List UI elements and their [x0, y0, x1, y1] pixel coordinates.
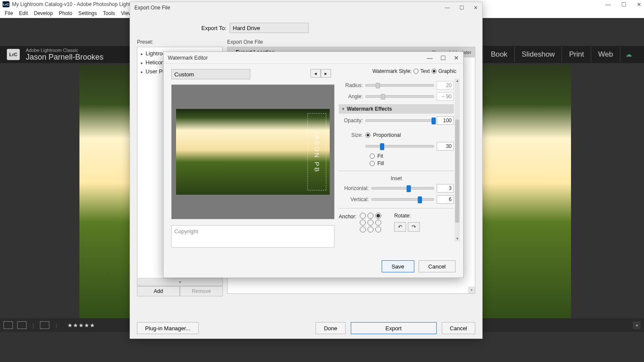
copyright-textarea[interactable]: Copyright: [171, 225, 334, 247]
anchor-mc[interactable]: [368, 220, 374, 226]
size-fill-radio[interactable]: [370, 161, 375, 166]
size-value[interactable]: 30: [437, 142, 454, 151]
export-titlebar: Export One File — ☐ ✕: [130, 2, 482, 13]
style-graphic-radio[interactable]: [431, 69, 437, 74]
window-title: My Lightroom Catalog-v10 - Adobe Photosh…: [12, 1, 138, 7]
watermark-effects-section[interactable]: ▾ Watermark Effects: [339, 104, 454, 114]
vertical-slider[interactable]: [371, 198, 434, 201]
anchor-tl[interactable]: [360, 213, 366, 219]
watermark-title: Watermark Editor: [168, 55, 208, 61]
export-button[interactable]: Export: [351, 322, 437, 334]
rotate-ccw-button[interactable]: ↶: [394, 222, 406, 232]
filmstrip-options-icon[interactable]: ▾: [633, 321, 641, 329]
watermark-overlay[interactable]: JASON PB: [307, 113, 326, 190]
watermark-titlebar: Watermark Editor — ☐ ✕: [164, 52, 463, 64]
export-maximize-icon[interactable]: ☐: [459, 5, 464, 11]
menu-photo[interactable]: Photo: [56, 9, 75, 18]
view-grid-icon[interactable]: [3, 321, 13, 329]
watermark-preset-select[interactable]: Custom: [171, 69, 250, 79]
watermark-editor-dialog: Watermark Editor — ☐ ✕ Custom ◂ ▸ JASON …: [163, 51, 464, 278]
anchor-br[interactable]: [375, 226, 381, 232]
angle-slider[interactable]: [365, 95, 434, 98]
opacity-slider[interactable]: [365, 119, 434, 122]
export-minimize-icon[interactable]: —: [445, 5, 450, 11]
style-text-radio[interactable]: [413, 69, 419, 74]
menu-develop[interactable]: Develop: [31, 9, 56, 18]
anchor-bc[interactable]: [368, 226, 374, 232]
chevron-down-icon: ▾: [342, 107, 344, 111]
window-minimize-icon[interactable]: —: [605, 1, 611, 8]
module-book[interactable]: Book: [483, 47, 514, 62]
watermark-cancel-button[interactable]: Cancel: [419, 260, 456, 272]
scroll-up-icon[interactable]: ▴: [455, 78, 460, 84]
size-slider[interactable]: [365, 145, 434, 148]
wm-close-icon[interactable]: ✕: [454, 54, 459, 61]
toolbar-separator: |: [33, 322, 34, 329]
module-slideshow[interactable]: Slideshow: [514, 47, 562, 62]
wm-minimize-icon[interactable]: —: [427, 54, 433, 61]
rotate-label: Rotate:: [394, 213, 419, 219]
wm-scrollbar[interactable]: ▴ ▾: [455, 78, 460, 241]
export-cancel-button[interactable]: Cancel: [442, 322, 475, 334]
preset-add-button[interactable]: Add: [137, 286, 180, 296]
cloud-sync-icon[interactable]: ☁: [620, 47, 637, 62]
anchor-mr[interactable]: [375, 220, 381, 226]
rating-stars[interactable]: ★★★★★: [67, 322, 95, 329]
next-image-button[interactable]: ▸: [321, 69, 331, 78]
preview-image: JASON PB: [176, 109, 330, 195]
opacity-value[interactable]: 100: [437, 116, 454, 125]
style-text-label: Text: [420, 68, 430, 74]
watermark-text: JASON PB: [313, 131, 321, 173]
anchor-bl[interactable]: [360, 226, 366, 232]
separator-2: [339, 208, 454, 208]
size-fit-radio[interactable]: [370, 154, 375, 159]
settings-scroll-down-icon[interactable]: ▾: [468, 287, 475, 293]
export-close-icon[interactable]: ✕: [474, 5, 478, 11]
anchor-tc[interactable]: [368, 213, 374, 219]
app-name: Adobe Lightroom Classic: [26, 48, 103, 53]
style-graphic-label: Graphic: [438, 68, 456, 74]
module-web[interactable]: Web: [591, 47, 620, 62]
view-compare-icon[interactable]: [17, 321, 27, 329]
export-title: Export One File: [134, 5, 170, 11]
scroll-down-icon[interactable]: ▾: [455, 236, 460, 241]
window-maximize-icon[interactable]: ☐: [621, 1, 626, 8]
anchor-ml[interactable]: [360, 220, 366, 226]
preset-label: Preset:: [137, 39, 223, 45]
rotate-cw-button[interactable]: ↷: [408, 222, 420, 232]
plugin-manager-button[interactable]: Plug-in Manager...: [137, 322, 199, 334]
inset-label: Inset: [339, 175, 454, 181]
watermark-preview: JASON PB: [171, 84, 334, 219]
anchor-grid: [360, 213, 382, 232]
menu-file[interactable]: File: [2, 9, 16, 18]
settings-label: Export One File: [227, 39, 475, 45]
module-print[interactable]: Print: [562, 47, 591, 62]
window-close-icon[interactable]: ✕: [637, 1, 641, 8]
watermark-style-label: Watermark Style:: [372, 68, 412, 74]
menu-settings[interactable]: Settings: [75, 9, 100, 18]
vertical-value[interactable]: 6: [437, 195, 454, 204]
scroll-thumb[interactable]: [455, 120, 459, 223]
export-to-select[interactable]: Hard Drive: [230, 23, 309, 33]
prev-image-button[interactable]: ◂: [310, 69, 321, 78]
menu-edit[interactable]: Edit: [16, 9, 31, 18]
size-proportional-radio[interactable]: [365, 133, 371, 138]
lrc-icon: LrC: [3, 1, 9, 7]
watermark-save-button[interactable]: Save: [382, 260, 414, 272]
horizontal-value[interactable]: 3: [437, 184, 454, 193]
radius-value[interactable]: 20: [437, 81, 454, 90]
view-survey-icon[interactable]: [40, 321, 49, 329]
menu-tools[interactable]: Tools: [100, 9, 118, 18]
wm-maximize-icon[interactable]: ☐: [440, 54, 446, 61]
radius-slider[interactable]: [365, 84, 434, 87]
anchor-tr[interactable]: [375, 213, 381, 219]
anchor-label: Anchor:: [339, 213, 356, 232]
size-label: Size:: [339, 132, 363, 138]
angle-value[interactable]: – 90: [437, 92, 454, 101]
preset-scroll-down-icon[interactable]: ▾: [137, 278, 222, 286]
horizontal-slider[interactable]: [371, 187, 434, 190]
separator: [339, 171, 454, 171]
user-name: Jason Parnell-Brookes: [26, 53, 103, 62]
preset-remove-button: Remove: [180, 286, 223, 296]
done-button[interactable]: Done: [316, 322, 345, 334]
